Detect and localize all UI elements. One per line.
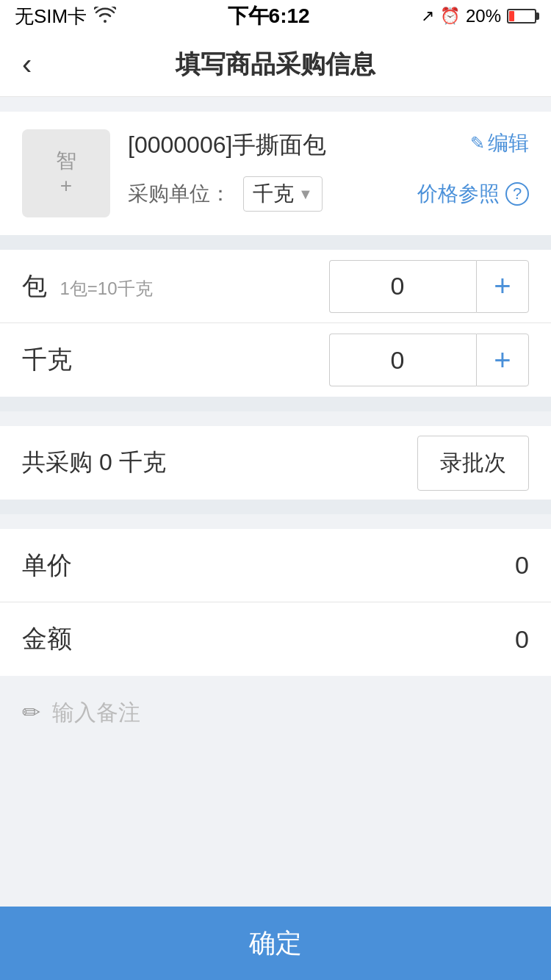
separator-2 bbox=[0, 397, 551, 411]
bag-input-row: 包 1包=10千克 + bbox=[0, 250, 551, 323]
status-right: ↗ ⏰ 20% bbox=[421, 6, 536, 26]
product-name: [0000006]手撕面包 bbox=[128, 129, 326, 162]
status-left: 无SIM卡 bbox=[15, 4, 116, 29]
input-section: 包 1包=10千克 + 千克 + bbox=[0, 250, 551, 397]
unit-price-label: 单价 bbox=[22, 549, 72, 583]
alarm-icon: ⏰ bbox=[440, 7, 460, 26]
battery-icon bbox=[507, 9, 536, 24]
chevron-down-icon: ▼ bbox=[298, 186, 313, 203]
bag-qty-wrap: + bbox=[329, 260, 529, 313]
separator-3 bbox=[0, 500, 551, 514]
status-time: 下午6:12 bbox=[228, 2, 310, 30]
confirm-button-label: 确定 bbox=[249, 926, 302, 962]
confirm-bar[interactable]: 确定 bbox=[0, 907, 551, 980]
summary-row: 共采购 0 千克 录批次 bbox=[0, 426, 551, 500]
main-content: 无SIM卡 下午6:12 ↗ ⏰ 20% ‹ 填写商品采购信息 bbox=[0, 0, 551, 896]
unit-select[interactable]: 千克 ▼ bbox=[243, 176, 323, 212]
page-title: 填写商品采购信息 bbox=[176, 48, 375, 82]
logo-line2: + bbox=[56, 173, 76, 198]
kg-label: 千克 bbox=[22, 343, 329, 377]
separator-1 bbox=[0, 235, 551, 250]
note-section[interactable]: ✏ 输入备注 bbox=[0, 676, 551, 823]
amount-label: 金额 bbox=[22, 622, 72, 656]
unit-selector: 采购单位： 千克 ▼ bbox=[128, 176, 323, 212]
product-card: 智 + [0000006]手撕面包 ✎ 编辑 采购单位： 千克 ▼ bbox=[0, 112, 551, 235]
carrier-text: 无SIM卡 bbox=[15, 4, 87, 29]
battery-percent: 20% bbox=[466, 6, 501, 26]
unit-label: 采购单位： bbox=[128, 182, 231, 205]
status-bar: 无SIM卡 下午6:12 ↗ ⏰ 20% bbox=[0, 0, 551, 32]
unit-value: 千克 bbox=[253, 180, 294, 208]
unit-price-row: 单价 0 bbox=[0, 529, 551, 602]
kg-input-row: 千克 + bbox=[0, 323, 551, 397]
bag-plus-button[interactable]: + bbox=[476, 260, 529, 313]
product-image: 智 + bbox=[22, 129, 110, 217]
product-meta: 采购单位： 千克 ▼ 价格参照 ? bbox=[128, 176, 529, 212]
record-batch-button[interactable]: 录批次 bbox=[417, 436, 529, 491]
nav-bar: ‹ 填写商品采购信息 bbox=[0, 32, 551, 97]
edit-label: 编辑 bbox=[488, 129, 529, 157]
summary-section: 共采购 0 千克 录批次 bbox=[0, 426, 551, 500]
summary-text: 共采购 0 千克 bbox=[22, 447, 166, 479]
price-ref-label: 价格参照 bbox=[417, 180, 500, 208]
help-icon: ? bbox=[505, 182, 529, 206]
unit-price-value: 0 bbox=[515, 551, 529, 580]
edit-icon: ✎ bbox=[470, 133, 485, 154]
kg-plus-button[interactable]: + bbox=[476, 334, 529, 386]
product-info: [0000006]手撕面包 ✎ 编辑 采购单位： 千克 ▼ 价格参照 ? bbox=[128, 129, 529, 212]
logo-line1: 智 bbox=[56, 148, 76, 173]
note-placeholder: 输入备注 bbox=[52, 698, 140, 728]
back-button[interactable]: ‹ bbox=[15, 40, 39, 88]
amount-value: 0 bbox=[515, 625, 529, 654]
edit-button[interactable]: ✎ 编辑 bbox=[470, 129, 529, 157]
price-info-section: 单价 0 金额 0 bbox=[0, 529, 551, 676]
product-logo: 智 + bbox=[56, 148, 76, 198]
amount-row: 金额 0 bbox=[0, 602, 551, 676]
bag-label: 包 1包=10千克 bbox=[22, 270, 329, 303]
pencil-icon: ✏ bbox=[22, 699, 40, 725]
price-ref-link[interactable]: 价格参照 ? bbox=[417, 180, 529, 208]
bag-qty-input[interactable] bbox=[329, 260, 476, 313]
bag-sub: 1包=10千克 bbox=[60, 278, 152, 298]
location-icon: ↗ bbox=[421, 7, 434, 26]
kg-qty-wrap: + bbox=[329, 334, 529, 386]
wifi-icon bbox=[94, 5, 116, 28]
kg-qty-input[interactable] bbox=[329, 334, 476, 386]
product-title: 手撕面包 bbox=[232, 131, 326, 158]
product-id: [0000006] bbox=[128, 131, 232, 158]
product-header: [0000006]手撕面包 ✎ 编辑 bbox=[128, 129, 529, 162]
